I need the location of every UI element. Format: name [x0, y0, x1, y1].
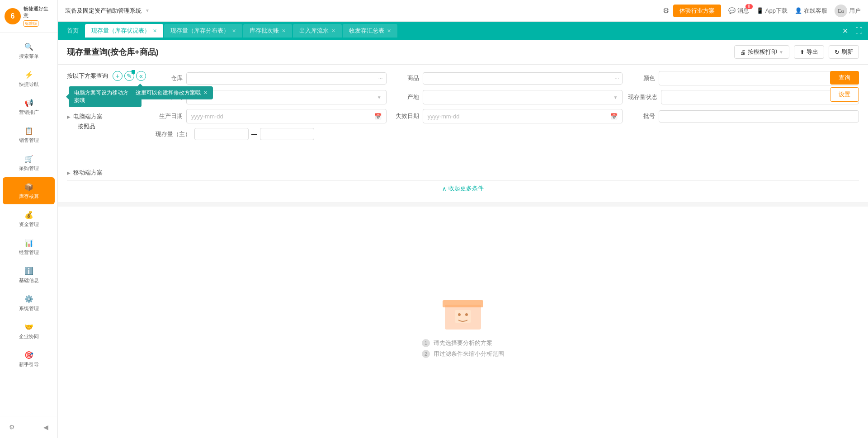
system-dropdown-arrow[interactable]: ▼: [145, 8, 150, 13]
scheme-mobile-group[interactable]: ▶ 移动端方案: [67, 169, 142, 177]
tab-flow-label: 出入库流水: [299, 27, 329, 35]
footer-settings-icon[interactable]: ⚙: [5, 421, 18, 433]
plan-button[interactable]: 体验行业方案: [673, 5, 721, 17]
stock-status-select[interactable]: ▼: [661, 90, 859, 104]
purchase-label: 采购管理: [19, 165, 39, 172]
desktop-group-label: 电脑端方案: [73, 113, 103, 121]
tab-batch-account-close[interactable]: ✕: [282, 28, 286, 33]
support-icon: 👤: [795, 7, 802, 14]
batch-field: 批号: [628, 110, 859, 122]
exp-date-label: 失效日期: [392, 112, 419, 120]
notification-btn[interactable]: 💬 消息 8: [728, 7, 749, 15]
tab-inventory-dist-close[interactable]: ✕: [232, 28, 236, 33]
product-field: 商品 ···: [392, 72, 623, 85]
query-button[interactable]: 查询: [830, 71, 859, 85]
stock-main-separator: —: [251, 131, 257, 137]
logo-icon: 6: [5, 8, 21, 24]
size-select[interactable]: ▼: [186, 90, 387, 104]
color-label: 颜色: [628, 74, 655, 82]
user-label: 用户: [849, 7, 861, 15]
system-name: 装备及固定资产辅助管理系统: [65, 7, 142, 15]
tab-close-all-icon[interactable]: ✕: [840, 25, 850, 37]
scheme-create-tooltip[interactable]: 这里可以创建和修改方案哦 ✕: [130, 86, 213, 99]
mobile-group-label: 移动端方案: [73, 169, 103, 177]
origin-dropdown-icon: ▼: [613, 95, 618, 100]
tab-inventory-dist[interactable]: 现存量（库存分布表） ✕: [164, 24, 242, 38]
sidebar-item-inventory[interactable]: 📦 库存核算: [3, 177, 55, 204]
sidebar-footer: ⚙ ◀: [0, 416, 57, 438]
marketing-label: 营销推广: [19, 109, 39, 116]
stock-main-min[interactable]: [194, 128, 249, 140]
sidebar-nav: 🔍 搜索菜单 ⚡ 快捷导航 📢 营销推广 📋 销售管理 🛒 采购管理 📦 库存核…: [0, 33, 57, 416]
warehouse-input[interactable]: [186, 72, 387, 85]
mfg-date-placeholder: yyyy-mm-dd: [191, 113, 223, 120]
svg-rect-2: [455, 310, 471, 323]
app-download-label: App下载: [765, 7, 788, 15]
finance-icon: 💰: [24, 210, 34, 220]
product-input[interactable]: [423, 72, 623, 85]
system-label: 系统管理: [19, 305, 39, 312]
origin-label: 产地: [392, 93, 419, 101]
tab-summary-label: 收发存汇总表: [349, 27, 384, 35]
sidebar-item-guide[interactable]: 🎯 新手引导: [3, 345, 55, 372]
sidebar-item-collab[interactable]: 🤝 企业协同: [3, 317, 55, 344]
guide-icon: 🎯: [24, 350, 34, 360]
export-btn[interactable]: ⬆ 导出: [794, 45, 824, 59]
stock-status-label: 现存量状态: [628, 93, 657, 101]
tab-flow[interactable]: 出入库流水 ✕: [293, 24, 342, 38]
tab-inventory-status-label: 现存量（库存状况表）: [91, 27, 150, 35]
sidebar-item-sales[interactable]: 📋 销售管理: [3, 121, 55, 148]
sidebar-item-operations[interactable]: 📊 经营管理: [3, 233, 55, 260]
print-btn[interactable]: 🖨 按模板打印 ▼: [734, 45, 789, 59]
avatar: Ea: [835, 5, 847, 17]
guide-label: 新手引导: [19, 361, 39, 368]
exp-date-input[interactable]: yyyy-mm-dd 📅: [423, 109, 623, 123]
sidebar-item-search[interactable]: 🔍 搜索菜单: [3, 37, 55, 64]
origin-select[interactable]: ▼: [423, 90, 623, 104]
scheme-desktop-group[interactable]: ▶ 电脑端方案: [67, 113, 142, 121]
scheme-create-close[interactable]: ✕: [203, 90, 208, 96]
footer-collapse-icon[interactable]: ◀: [39, 421, 52, 433]
sidebar-item-marketing[interactable]: 📢 营销推广: [3, 93, 55, 120]
collapse-label: 收起更多条件: [448, 184, 484, 193]
sidebar-item-system[interactable]: ⚙️ 系统管理: [3, 289, 55, 316]
app-download-btn[interactable]: 📱 App下载: [756, 7, 788, 15]
online-support-btn[interactable]: 👤 在线客服: [795, 7, 827, 15]
svg-point-4: [465, 313, 468, 316]
tab-expand-icon[interactable]: ⛶: [854, 25, 864, 37]
sidebar-item-finance[interactable]: 💰 资金管理: [3, 205, 55, 232]
add-scheme-btn[interactable]: +: [113, 71, 123, 81]
empty-hint-1: 1 请先选择要分析的方案: [422, 339, 504, 347]
back-scheme-btn[interactable]: «: [136, 71, 146, 81]
scheme-item-byproduct[interactable]: 按照品: [74, 121, 142, 132]
product-dots[interactable]: ···: [614, 75, 619, 81]
tab-summary-close[interactable]: ✕: [387, 28, 391, 33]
expand-icon-2: ▶: [67, 170, 71, 175]
edit-scheme-btn[interactable]: ✎: [124, 71, 134, 81]
batch-input[interactable]: [659, 110, 859, 122]
empty-hint-2: 2 用过滤条件来缩小分析范围: [422, 350, 504, 358]
print-dropdown-icon: ▼: [779, 50, 783, 55]
tab-inventory-status-close[interactable]: ✕: [153, 28, 157, 33]
tab-flow-close[interactable]: ✕: [331, 28, 335, 33]
collapse-btn[interactable]: ∧ 收起更多条件: [67, 180, 859, 196]
reset-button[interactable]: 设置: [830, 87, 859, 102]
sales-icon: 📋: [24, 126, 34, 136]
sidebar-item-basicinfo[interactable]: ℹ️ 基础信息: [3, 261, 55, 288]
header-settings-btn[interactable]: ⚙: [659, 4, 673, 18]
refresh-btn[interactable]: ↻ 刷新: [829, 45, 859, 59]
user-menu[interactable]: Ea 用户: [835, 5, 861, 17]
tab-batch-account[interactable]: 库存批次账 ✕: [243, 24, 292, 38]
color-select[interactable]: ▼: [659, 71, 859, 85]
sidebar-item-purchase[interactable]: 🛒 采购管理: [3, 149, 55, 176]
stock-main-field: 现存量（主） —: [156, 128, 387, 140]
stock-main-max[interactable]: [260, 128, 314, 140]
print-icon: 🖨: [740, 49, 746, 56]
tab-home[interactable]: 首页: [61, 24, 84, 38]
warehouse-dots[interactable]: ···: [378, 75, 383, 81]
tab-inventory-status[interactable]: 现存量（库存状况表） ✕: [85, 24, 163, 38]
mfg-date-input[interactable]: yyyy-mm-dd 📅: [186, 109, 387, 123]
tab-summary[interactable]: 收发存汇总表 ✕: [343, 24, 397, 38]
sidebar: 6 畅捷通好生意 标准版 🔍 搜索菜单 ⚡ 快捷导航 📢 营销推广 📋 销售管理…: [0, 0, 58, 438]
sidebar-item-quicknav[interactable]: ⚡ 快捷导航: [3, 65, 55, 92]
